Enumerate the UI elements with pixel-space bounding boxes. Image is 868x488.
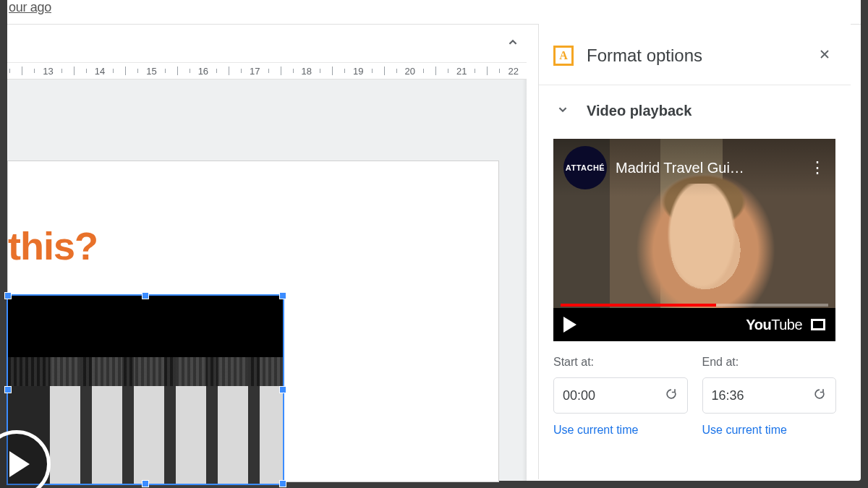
refresh-icon[interactable] [664, 387, 678, 404]
fullscreen-icon[interactable] [811, 319, 825, 330]
embedded-video-selection[interactable] [8, 296, 283, 484]
end-at-input[interactable]: 16:36 [702, 377, 837, 414]
youtube-logo[interactable]: YouTube [746, 317, 802, 333]
start-at-group: Start at: 00:00 Use current time [553, 356, 688, 437]
resize-handle[interactable] [4, 386, 12, 393]
video-preview-topbar: ATTACHÉ Madrid Travel Gui… ⋮ [553, 139, 835, 197]
video-menu-icon[interactable]: ⋮ [809, 158, 825, 177]
video-preview[interactable]: ATTACHÉ Madrid Travel Gui… ⋮ YouTube [553, 139, 835, 341]
use-current-time-end[interactable]: Use current time [702, 424, 837, 437]
end-at-label: End at: [702, 356, 837, 369]
resize-handle[interactable] [142, 480, 149, 487]
start-at-input[interactable]: 00:00 [553, 377, 688, 414]
close-panel-button[interactable] [817, 47, 832, 65]
panel-header: A Format options [539, 24, 851, 85]
resize-handle[interactable] [279, 480, 286, 487]
video-controls: YouTube [553, 308, 835, 341]
collapse-toolbar-icon[interactable] [505, 35, 521, 53]
slide-canvas-area[interactable]: this? [7, 80, 527, 481]
slide[interactable]: this? [7, 160, 499, 482]
channel-badge[interactable]: ATTACHÉ [563, 146, 607, 189]
section-title: Video playback [587, 103, 692, 119]
video-progress-track[interactable] [561, 304, 828, 307]
horizontal-ruler[interactable]: 213141516171819202122232425 [7, 62, 527, 80]
resize-handle[interactable] [279, 386, 286, 393]
resize-handle[interactable] [4, 292, 12, 299]
video-title: Madrid Travel Gui… [616, 160, 801, 176]
format-options-panel: A Format options Video playback ATTACHÉ … [538, 24, 851, 479]
refresh-icon[interactable] [812, 387, 827, 404]
end-at-group: End at: 16:36 Use current time [702, 356, 837, 437]
last-edit-fragment[interactable]: our ago [7, 0, 861, 14]
start-at-value[interactable]: 00:00 [563, 388, 664, 403]
start-at-label: Start at: [553, 356, 688, 369]
play-icon[interactable] [563, 317, 576, 333]
panel-title: Format options [587, 46, 804, 66]
slide-title-text: this? [8, 223, 98, 268]
video-playback-section-header[interactable]: Video playback [539, 85, 851, 133]
playback-time-row: Start at: 00:00 Use current time End at:… [539, 341, 851, 437]
format-options-icon: A [553, 46, 574, 66]
chevron-down-icon [555, 101, 571, 120]
resize-handle[interactable] [279, 292, 286, 299]
use-current-time-start[interactable]: Use current time [553, 424, 688, 437]
app-window: our ago 213141516171819202122232425 this… [7, 0, 861, 481]
scroll-shadow [522, 80, 527, 481]
video-progress-fill [561, 304, 716, 307]
resize-handle[interactable] [142, 292, 149, 299]
end-at-value[interactable]: 16:36 [712, 388, 813, 403]
